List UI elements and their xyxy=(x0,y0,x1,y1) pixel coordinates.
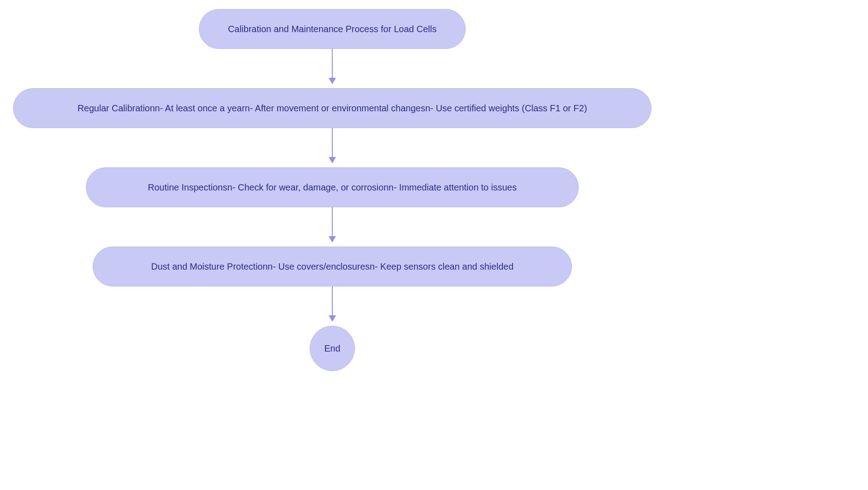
node-label: Routine Inspectionsn- Check for wear, da… xyxy=(148,181,517,194)
flowchart-node-title: Calibration and Maintenance Process for … xyxy=(199,9,466,49)
flowchart-arrow xyxy=(332,128,333,162)
flowchart-node-protection: Dust and Moisture Protectionn- Use cover… xyxy=(93,247,572,286)
node-label: Calibration and Maintenance Process for … xyxy=(228,23,436,35)
flowchart-container: Calibration and Maintenance Process for … xyxy=(0,0,868,490)
flowchart-arrow xyxy=(332,286,333,321)
node-label: Dust and Moisture Protectionn- Use cover… xyxy=(151,260,514,273)
flowchart-node-inspections: Routine Inspectionsn- Check for wear, da… xyxy=(86,167,579,207)
flowchart-arrow xyxy=(332,49,333,83)
flowchart-arrow xyxy=(332,207,333,242)
flowchart-node-calibration: Regular Calibrationn- At least once a ye… xyxy=(13,88,651,128)
node-label: Regular Calibrationn- At least once a ye… xyxy=(77,102,587,114)
node-label: End xyxy=(324,342,340,355)
flowchart-node-end: End xyxy=(310,326,355,371)
